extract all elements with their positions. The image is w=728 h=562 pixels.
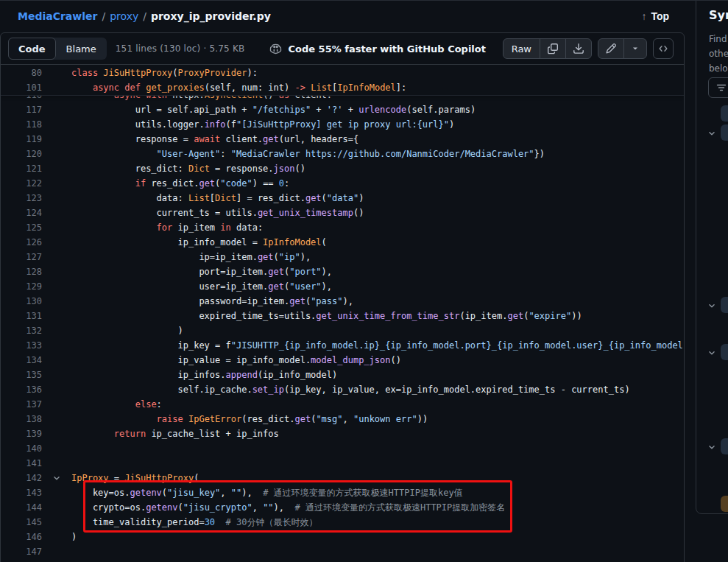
line-number[interactable]: 127 — [1, 250, 42, 264]
scroll-to-top-button[interactable]: ↑ Top — [641, 10, 669, 22]
line-number[interactable]: 123 — [1, 191, 42, 206]
line-number[interactable]: 133 — [1, 338, 42, 353]
code-text: res_dict: Dict = response.json() — [71, 161, 305, 176]
symbol-chip[interactable] — [721, 344, 728, 360]
line-number[interactable]: 132 — [1, 323, 42, 338]
download-button[interactable] — [565, 39, 591, 58]
edit-pencil-icon — [605, 43, 617, 55]
sticky-context-lines: 80class JiSuHttpProxy(ProxyProvider):101… — [1, 66, 684, 96]
edit-dropdown-button[interactable] — [623, 39, 646, 58]
code-line: 118 utils.logger.info(f"[JiSuHttpProxy] … — [1, 117, 684, 132]
symbols-pane-toggle-button[interactable] — [653, 38, 674, 59]
code-lines: 116 async with httpx.AsyncClient() as cl… — [1, 66, 684, 559]
code-text: data: List[Dict] = res_dict.get("data") — [71, 191, 364, 206]
code-text: for ip_item in data: — [71, 220, 263, 235]
gutter-spacer — [42, 353, 71, 368]
copy-button[interactable] — [540, 39, 565, 58]
breadcrumb-repo-link[interactable]: MediaCrawler — [18, 10, 97, 22]
line-number[interactable]: 119 — [1, 132, 42, 147]
edit-button[interactable] — [598, 39, 623, 58]
line-number[interactable]: 117 — [1, 102, 42, 117]
code-text: expired_time_ts=utils.get_unix_time_from… — [71, 309, 582, 323]
raw-button[interactable]: Raw — [503, 39, 540, 58]
tab-code[interactable]: Code — [8, 38, 56, 60]
copilot-banner[interactable]: Code 55% faster with GitHub Copilot — [269, 43, 486, 55]
code-text: if res_dict.get("code") == 0: — [71, 176, 289, 191]
tab-blame[interactable]: Blame — [56, 38, 107, 60]
symbol-chip[interactable] — [721, 105, 728, 122]
gutter-spacer — [42, 456, 71, 471]
breadcrumb-separator: / — [102, 10, 105, 22]
gutter-spacer — [42, 176, 71, 191]
line-number[interactable]: 128 — [1, 264, 42, 279]
symbol-chip[interactable] — [721, 438, 728, 454]
symbols-panel-description: Find other below — [709, 32, 728, 76]
line-number[interactable]: 144 — [1, 500, 42, 515]
code-text: ip_key = f"JISUHTTP_{ip_info_model.ip}_{… — [71, 338, 683, 353]
line-number[interactable]: 146 — [1, 530, 42, 544]
chevron-down-icon[interactable] — [707, 127, 717, 141]
raw-copy-download-group: Raw — [503, 38, 592, 59]
line-number[interactable]: 142 — [1, 471, 42, 485]
symbols-skeleton-item — [696, 297, 728, 313]
line-number[interactable]: 134 — [1, 353, 42, 368]
chevron-down-icon[interactable] — [707, 441, 717, 455]
line-number[interactable]: 131 — [1, 309, 42, 323]
edit-button-group — [598, 38, 647, 59]
code-line: 128 port=ip_item.get("port"), — [1, 264, 684, 279]
symbols-skeleton-item — [696, 496, 728, 512]
fold-chevron-icon[interactable] — [42, 471, 71, 485]
code-line: 137 else: — [1, 397, 684, 412]
line-number[interactable]: 147 — [1, 544, 42, 559]
line-number[interactable]: 101 — [1, 80, 42, 95]
line-number[interactable]: 121 — [1, 161, 42, 176]
line-number[interactable]: 124 — [1, 206, 42, 220]
code-line: 139 return ip_cache_list + ip_infos — [1, 426, 684, 441]
line-number[interactable]: 138 — [1, 412, 42, 426]
symbols-panel: Sym Find other below — [696, 0, 728, 514]
code-line: 140 — [1, 441, 684, 456]
line-number[interactable]: 140 — [1, 441, 42, 456]
breadcrumb-folder-link[interactable]: proxy — [110, 10, 138, 22]
chevron-down-icon[interactable] — [707, 300, 717, 314]
line-number[interactable]: 143 — [1, 485, 42, 500]
line-number[interactable]: 137 — [1, 397, 42, 412]
code-line: 131 expired_time_ts=utils.get_unix_time_… — [1, 309, 684, 323]
gutter-spacer — [42, 206, 71, 220]
line-number[interactable]: 136 — [1, 382, 42, 397]
line-number[interactable]: 80 — [1, 66, 42, 80]
code-line: 135 ip_infos.append(ip_info_model) — [1, 368, 684, 382]
line-number[interactable]: 129 — [1, 279, 42, 294]
symbol-chip[interactable] — [721, 124, 728, 141]
line-number[interactable]: 141 — [1, 456, 42, 471]
line-number[interactable]: 126 — [1, 235, 42, 250]
line-number[interactable]: 139 — [1, 426, 42, 441]
line-number[interactable]: 145 — [1, 515, 42, 530]
line-number[interactable]: 125 — [1, 220, 42, 235]
line-number[interactable]: 122 — [1, 176, 42, 191]
symbol-chip[interactable] — [721, 496, 728, 512]
chevron-down-icon[interactable] — [707, 347, 717, 361]
toolbar-actions: Raw — [503, 38, 676, 59]
line-number[interactable]: 120 — [1, 147, 42, 161]
line-number[interactable]: 135 — [1, 368, 42, 382]
code-text: ip_infos.append(ip_info_model) — [71, 368, 337, 382]
code-text: IpProxy = JiSuHttpProxy( — [71, 471, 199, 485]
code-text: utils.logger.info(f"[JiSuHttpProxy] get … — [71, 117, 454, 132]
code-line: 123 data: List[Dict] = res_dict.get("dat… — [1, 191, 684, 206]
code-symbols-icon — [657, 43, 669, 55]
code-line: 126 ip_info_model = IpInfoModel( — [1, 235, 684, 250]
code-text: raise IpGetError(res_dict.get("msg", "un… — [71, 412, 428, 426]
line-number[interactable]: 130 — [1, 294, 42, 309]
symbol-chip[interactable] — [721, 297, 728, 313]
dropdown-caret-icon — [631, 44, 640, 53]
code-text: return ip_cache_list + ip_infos — [71, 426, 279, 441]
code-line: 124 current_ts = utils.get_unix_timestam… — [1, 206, 684, 220]
code-text: time_validity_period=30 # 30分钟（最长时效） — [71, 515, 317, 530]
line-number[interactable]: 118 — [1, 117, 42, 132]
symbols-filter-button[interactable] — [708, 77, 728, 98]
breadcrumb-filename: proxy_ip_provider.py — [151, 10, 271, 22]
code-line: 129 user=ip_item.get("user"), — [1, 279, 684, 294]
gutter-spacer — [42, 220, 71, 235]
download-icon — [573, 43, 584, 55]
